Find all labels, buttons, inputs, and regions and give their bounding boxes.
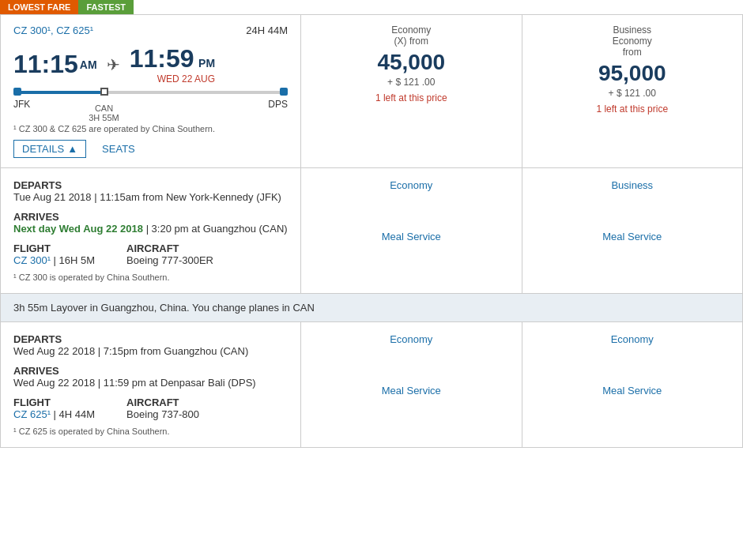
seg2-flight-detail-row: FLIGHT CZ 625¹ | 4H 44M AIRCRAFT Boeing … [13, 397, 288, 420]
plane-icon: ✈ [107, 55, 120, 74]
flight-info-panel: CZ 300¹, CZ 625¹ 24H 44M 11:15 AM ✈ 11:5… [1, 15, 301, 167]
business-label: Business Economy from [613, 24, 652, 58]
seg2-economy-class: Economy [314, 333, 509, 345]
route-bar: JFK DPS CAN 3H 55M [13, 91, 288, 116]
seg2-arrives-label: ARRIVES [13, 365, 288, 377]
origin-dot [13, 88, 21, 96]
flight-main-row: CZ 300¹, CZ 625¹ 24H 44M 11:15 AM ✈ 11:5… [1, 15, 742, 168]
segment2-left: DEPARTS Wed Aug 22 2018 | 7:15pm from Gu… [1, 322, 301, 447]
seg2-flight-col: FLIGHT CZ 625¹ | 4H 44M [13, 397, 95, 420]
seg2-economy2-col: Economy Meal Service [522, 322, 743, 447]
seg1-aircraft-col: AIRCRAFT Boeing 777-300ER [126, 242, 213, 266]
lowest-fare-tag: LOWEST FARE [0, 0, 78, 14]
destination-label: DPS [268, 99, 288, 110]
economy-label: Economy (X) from [391, 24, 431, 47]
seg1-operated-note: ¹ CZ 300 is operated by China Southern. [13, 272, 288, 282]
fare-tags: LOWEST FARE FASTEST [0, 0, 743, 14]
seg2-meal-service: Meal Service [314, 385, 509, 397]
operated-by: ¹ CZ 300 & CZ 625 are operated by China … [13, 124, 288, 133]
stopover-dot [100, 88, 108, 96]
seg1-departs-label: DEPARTS [13, 179, 288, 191]
business-scarcity: 1 left at this price [596, 103, 668, 115]
seg1-meal-service2: Meal Service [535, 231, 730, 242]
seg1-arrives-label: ARRIVES [13, 211, 288, 223]
seg1-economy-col: Economy Meal Service [301, 168, 522, 293]
seg1-flight-detail-row: FLIGHT CZ 300¹ | 16H 5M AIRCRAFT Boeing … [13, 242, 288, 266]
seg2-economy-class2: Economy [535, 333, 730, 345]
seg1-flight-label: FLIGHT [13, 242, 95, 254]
seg2-meal-service2: Meal Service [535, 385, 730, 397]
chevron-up-icon: ▲ [67, 143, 77, 155]
seg2-flight-info: CZ 625¹ | 4H 44M [13, 408, 95, 420]
economy-price: 45,000 [377, 50, 445, 75]
seg2-operated-note: ¹ CZ 625 is operated by China Southern. [13, 427, 288, 436]
segment1-row: DEPARTS Tue Aug 21 2018 | 11:15am from N… [1, 168, 742, 293]
economy-plus: + $ 121 .00 [387, 77, 435, 88]
economy-fare-col: Economy (X) from 45,000 + $ 121 .00 1 le… [301, 15, 522, 167]
seg2-aircraft-val: Boeing 737-800 [126, 408, 199, 420]
seg2-departs-label: DEPARTS [13, 333, 288, 345]
fastest-tag: FASTEST [78, 0, 134, 14]
flight-card: CZ 300¹, CZ 625¹ 24H 44M 11:15 AM ✈ 11:5… [0, 14, 743, 448]
stopover-info: CAN 3H 55M [89, 103, 119, 122]
seg2-flight-duration: | 4H 44M [54, 408, 96, 420]
times-row: 11:15 AM ✈ 11:59 PM WED 22 AUG [13, 44, 288, 85]
seg1-aircraft-val: Boeing 777-300ER [126, 254, 213, 266]
business-price: 95,000 [598, 61, 666, 86]
seg1-aircraft-label: AIRCRAFT [126, 242, 213, 254]
segment1-details: DEPARTS Tue Aug 21 2018 | 11:15am from N… [1, 168, 742, 294]
flight-duration: 24H 44M [246, 24, 288, 36]
seg1-departs-date: Tue Aug 21 2018 | 11:15am from New York-… [13, 191, 288, 203]
seg2-arrives-date: Wed Aug 22 2018 | 11:59 pm at Denpasar B… [13, 377, 288, 389]
business-fare-col: Business Economy from 95,000 + $ 121 .00… [522, 15, 743, 167]
business-plus: + $ 121 .00 [609, 88, 656, 99]
seg1-business-col: Business Meal Service [522, 168, 743, 293]
seg1-flight-col: FLIGHT CZ 300¹ | 16H 5M [13, 242, 95, 266]
segment1-left: DEPARTS Tue Aug 21 2018 | 11:15am from N… [1, 168, 301, 293]
departure-time: 11:15 [13, 50, 78, 79]
seg2-aircraft-label: AIRCRAFT [126, 397, 199, 408]
seg1-arrives-date: Next day Wed Aug 22 2018 | 3:20 pm at Gu… [13, 223, 288, 235]
seg1-flight-info: CZ 300¹ | 16H 5M [13, 254, 95, 266]
seg2-economy-col: Economy Meal Service [301, 322, 522, 447]
seg1-economy-class: Economy [314, 179, 509, 191]
seats-button[interactable]: SEATS [102, 140, 135, 158]
details-button[interactable]: DETAILS ▲ [13, 140, 86, 158]
destination-dot [280, 88, 288, 96]
segment2-row: DEPARTS Wed Aug 22 2018 | 7:15pm from Gu… [1, 322, 742, 447]
economy-scarcity: 1 left at this price [375, 92, 447, 103]
seg2-departs-date: Wed Aug 22 2018 | 7:15pm from Guangzhou … [13, 345, 288, 357]
seg1-next-day: Next day Wed Aug 22 2018 [13, 223, 143, 235]
origin-label: JFK [13, 99, 30, 110]
bottom-actions: DETAILS ▲ SEATS [13, 140, 288, 158]
seg2-flight-label: FLIGHT [13, 397, 95, 408]
arrival-ampm: PM [198, 57, 215, 70]
layover-bar: 3h 55m Layover in Guangzhou, China. You … [1, 294, 742, 322]
seg1-meal-service: Meal Service [314, 231, 509, 242]
seg1-flight-link[interactable]: CZ 300¹ [13, 254, 51, 266]
departure-ampm: AM [80, 58, 97, 71]
arrival-time: 11:59 [130, 44, 194, 73]
seg2-aircraft-col: AIRCRAFT Boeing 737-800 [126, 397, 199, 420]
arrival-date: WED 22 AUG [157, 73, 215, 85]
seg1-flight-duration: | 16H 5M [54, 254, 96, 266]
flight-codes: CZ 300¹, CZ 625¹ [13, 24, 93, 36]
seg2-flight-link[interactable]: CZ 625¹ [13, 408, 51, 420]
seg1-business-class: Business [535, 179, 730, 191]
